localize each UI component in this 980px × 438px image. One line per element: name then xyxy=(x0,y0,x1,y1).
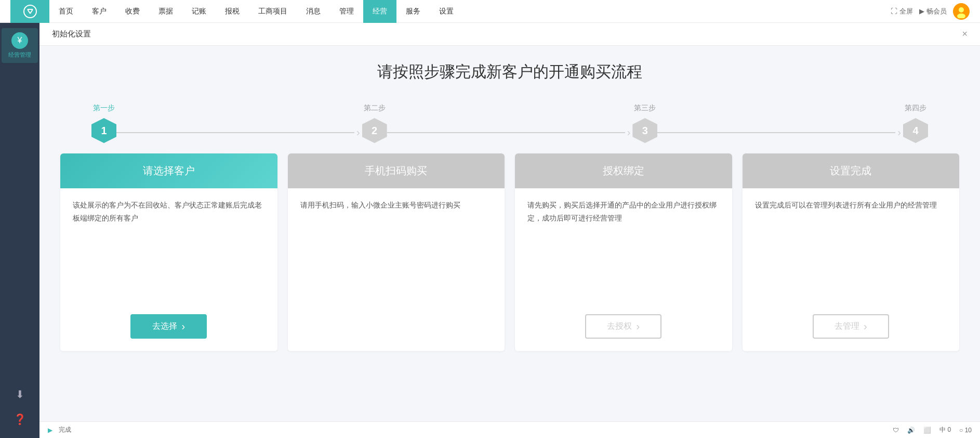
svg-point-0 xyxy=(24,5,36,18)
card-3-body: 请先购买，购买后选择开通的产品中的企业用户进行授权绑定，成功后即可进行经营管理 xyxy=(515,199,732,304)
cards-row: 请选择客户 该处展示的客户为不在回收站、客户状态正常建账后完成老板端绑定的所有客… xyxy=(60,153,959,351)
volume-icon[interactable]: 🔊 xyxy=(907,427,915,434)
step-2-label: 第二步 xyxy=(364,104,386,113)
sidebar-item-operation[interactable]: ¥ 经营管理 xyxy=(2,28,38,63)
fullscreen-icon: ⛶ xyxy=(891,7,897,15)
step-1: 第一步 1 xyxy=(91,104,116,143)
go-manage-button[interactable]: 去管理 › xyxy=(813,314,889,339)
sidebar: ¥ 经营管理 ⬇ ❓ xyxy=(0,23,39,438)
card-2-header: 手机扫码购买 xyxy=(288,153,505,188)
time-indicator: ○ 10 xyxy=(959,427,972,434)
nav-operation[interactable]: 经营 xyxy=(363,0,396,23)
go-manage-label: 去管理 xyxy=(835,321,859,332)
top-navigation: 首页 客户 收费 票据 记账 报税 工商项目 消息 管理 经营 服务 设置 ⛶ … xyxy=(0,0,980,23)
card-3-header: 授权绑定 xyxy=(515,153,732,188)
card-3-footer: 去授权 › xyxy=(515,314,732,339)
fullscreen-label: 全屏 xyxy=(899,7,913,16)
nav-service[interactable]: 服务 xyxy=(396,0,430,23)
nav-bill[interactable]: 票据 xyxy=(149,0,182,23)
step-3-circle: 3 xyxy=(632,118,657,143)
nav-business[interactable]: 工商项目 xyxy=(249,0,297,23)
step-1-circle: 1 xyxy=(91,118,116,143)
card-2-body: 请用手机扫码，输入小微企业主账号密码进行购买 xyxy=(288,199,505,328)
support-icon[interactable]: ❓ xyxy=(9,409,31,430)
card-1-body: 该处展示的客户为不在回收站、客户状态正常建账后完成老板端绑定的所有客户 xyxy=(60,199,277,304)
svg-point-1 xyxy=(959,7,964,12)
connector-1: › xyxy=(116,126,362,138)
play-icon: ▶ xyxy=(919,7,924,15)
avatar[interactable] xyxy=(953,3,970,20)
nav-logo xyxy=(10,0,49,23)
card-auth-bind: 授权绑定 请先购买，购买后选择开通的产品中的企业用户进行授权绑定，成功后即可进行… xyxy=(515,153,732,351)
nav-right: ⛶ 全屏 ▶ 畅会员 xyxy=(891,3,970,20)
nav-home[interactable]: 首页 xyxy=(49,0,83,23)
bottom-bar-right: 🛡 🔊 ⬜ 中 0 ○ 10 xyxy=(893,426,972,434)
card-scan-purchase: 手机扫码购买 请用手机扫码，输入小微企业主账号密码进行购买 xyxy=(288,153,505,351)
svg-point-2 xyxy=(957,14,965,18)
nav-items: 首页 客户 收费 票据 记账 报税 工商项目 消息 管理 经营 服务 设置 xyxy=(49,0,891,23)
ime-indicator: 中 0 xyxy=(939,426,951,434)
bottom-bar: ▶ 完成 🛡 🔊 ⬜ 中 0 ○ 10 xyxy=(39,421,980,438)
step-4-circle: 4 xyxy=(903,118,928,143)
content-area: 请按照步骤完成新客户的开通购买流程 第一步 1 › 第 xyxy=(39,46,980,421)
sidebar-item-label: 经营管理 xyxy=(8,51,31,59)
nav-account[interactable]: 记账 xyxy=(182,0,216,23)
card-setup-complete: 设置完成 设置完成后可以在管理列表进行所有企业用户的经营管理 去管理 › xyxy=(743,153,960,351)
step-4-label: 第四步 xyxy=(905,104,926,113)
card-4-footer: 去管理 › xyxy=(743,314,960,339)
go-select-button[interactable]: 去选择 › xyxy=(130,314,207,339)
nav-message[interactable]: 消息 xyxy=(297,0,330,23)
fullscreen-button[interactable]: ⛶ 全屏 xyxy=(891,7,913,16)
step-1-label: 第一步 xyxy=(93,104,115,113)
go-auth-arrow: › xyxy=(636,320,640,332)
close-button[interactable]: × xyxy=(962,29,968,40)
steps-indicator: 第一步 1 › 第二步 2 xyxy=(60,104,959,143)
main-title: 请按照步骤完成新客户的开通购买流程 xyxy=(60,61,959,83)
go-auth-label: 去授权 xyxy=(607,321,632,332)
nav-tax[interactable]: 报税 xyxy=(216,0,249,23)
step-2-circle: 2 xyxy=(362,118,387,143)
connector-2: › xyxy=(387,126,633,138)
sidebar-bottom: ⬇ ❓ xyxy=(9,384,31,438)
card-4-header: 设置完成 xyxy=(743,153,960,188)
go-manage-arrow: › xyxy=(864,320,867,332)
vip-button[interactable]: ▶ 畅会员 xyxy=(919,7,947,16)
step-2: 第二步 2 xyxy=(362,104,387,143)
status-label: 完成 xyxy=(59,426,71,434)
window-icon: ⬜ xyxy=(923,427,931,434)
go-auth-button[interactable]: 去授权 › xyxy=(585,314,661,339)
card-select-client: 请选择客户 该处展示的客户为不在回收站、客户状态正常建账后完成老板端绑定的所有客… xyxy=(60,153,277,351)
main-content: 初始化设置 × 请按照步骤完成新客户的开通购买流程 第一步 1 › xyxy=(39,23,980,438)
shield-icon: 🛡 xyxy=(893,427,899,434)
play-btn[interactable]: ▶ xyxy=(48,427,52,434)
step-3-label: 第三步 xyxy=(634,104,656,113)
main-layout: ¥ 经营管理 ⬇ ❓ 初始化设置 × 请按照步骤完成新客户的开通购买流程 第一步 xyxy=(0,23,980,438)
connector-3: › xyxy=(657,126,903,138)
nav-settings[interactable]: 设置 xyxy=(430,0,463,23)
step-4: 第四步 4 xyxy=(903,104,928,143)
go-select-arrow: › xyxy=(181,320,185,332)
nav-manage[interactable]: 管理 xyxy=(330,0,363,23)
vip-label: 畅会员 xyxy=(926,7,947,16)
nav-fee[interactable]: 收费 xyxy=(116,0,149,23)
nav-client[interactable]: 客户 xyxy=(83,0,116,23)
go-select-label: 去选择 xyxy=(152,321,177,332)
page-header: 初始化设置 × xyxy=(39,23,980,46)
card-1-footer: 去选择 › xyxy=(60,314,277,339)
step-3: 第三步 3 xyxy=(632,104,657,143)
card-4-body: 设置完成后可以在管理列表进行所有企业用户的经营管理 xyxy=(743,199,960,304)
operation-icon: ¥ xyxy=(11,32,28,49)
page-title: 初始化设置 xyxy=(52,29,91,39)
card-1-header: 请选择客户 xyxy=(60,153,277,188)
download-icon[interactable]: ⬇ xyxy=(11,384,29,405)
